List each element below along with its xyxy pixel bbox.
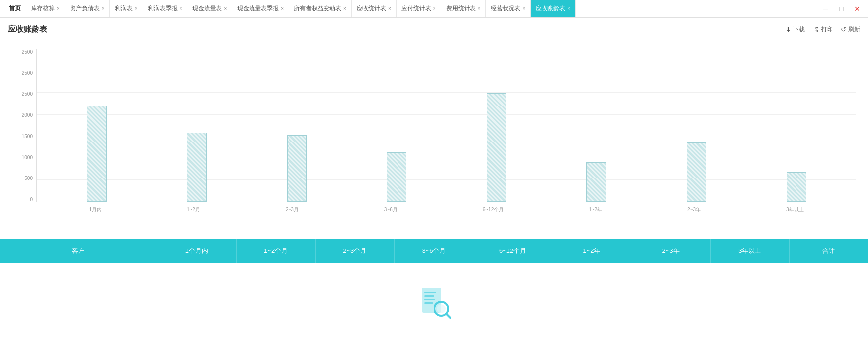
x-label-1-2yr: 1~2年	[589, 206, 602, 213]
y-axis: 0 500 1000 1500 2000 2500 2500 2500	[12, 49, 36, 202]
svg-point-6	[437, 304, 446, 313]
bar-group-3yr	[787, 172, 806, 202]
col-3yr: 3年以上	[711, 239, 790, 263]
tab-operations[interactable]: 经营状况表 ×	[486, 0, 531, 18]
bar-group-2-3yr	[687, 142, 706, 202]
x-axis: 1月内 1~2月 2~3月 3~6月 6~12个月 1~2年 2~3年 3年以上	[36, 202, 856, 217]
main-content: 0 500 1000 1500 2000 2500 2500 2500	[0, 41, 868, 355]
close-tab-ar-stats[interactable]: ×	[388, 6, 391, 11]
close-tab-operations[interactable]: ×	[522, 6, 525, 11]
bar-group-jan	[87, 106, 107, 202]
page-title: 应收账龄表	[8, 24, 47, 35]
bar-group-6-12	[487, 93, 506, 202]
close-tab-cashflow-quarterly[interactable]: ×	[281, 6, 284, 11]
tab-equity[interactable]: 所有者权益变动表 ×	[289, 0, 352, 18]
y-label-1500: 1500	[22, 134, 33, 139]
bar-2-3	[287, 135, 307, 202]
y-label-2500b: 2500	[22, 71, 33, 76]
col-1-2m: 1~2个月	[237, 239, 316, 263]
empty-icon	[414, 283, 454, 322]
bars-container	[37, 49, 856, 202]
y-label-1000: 1000	[22, 155, 33, 160]
download-button[interactable]: ⬇ 下载	[786, 25, 805, 34]
x-label-2-3m: 2~3月	[286, 206, 299, 213]
y-label-2000: 2000	[22, 112, 33, 118]
close-tab-equity[interactable]: ×	[343, 6, 346, 11]
x-label-1-2m: 1~2月	[187, 206, 200, 213]
svg-rect-1	[424, 292, 436, 293]
tab-balance-sheet[interactable]: 资产负债表 ×	[65, 0, 110, 18]
close-tab-cashflow[interactable]: ×	[224, 6, 227, 11]
close-tab-income[interactable]: ×	[135, 6, 138, 11]
bar-group-2-3	[287, 135, 307, 202]
chart-container: 0 500 1000 1500 2000 2500 2500 2500	[12, 49, 856, 217]
tab-cashflow-quarterly[interactable]: 现金流量表季报 ×	[232, 0, 289, 18]
window-actions: ─ □ ✕	[819, 2, 864, 16]
col-total: 合计	[790, 239, 868, 263]
bar-group-3-6	[387, 152, 406, 202]
y-label-500: 500	[24, 176, 33, 181]
col-2-3m: 2~3个月	[316, 239, 395, 263]
bar-jan	[87, 106, 107, 202]
tab-bar: 首页 库存核算 × 资产负债表 × 利润表 × 利润表季报 × 现金流量表 × …	[0, 0, 868, 18]
chart-plot	[36, 49, 856, 202]
x-label-3-6m: 3~6月	[384, 206, 398, 213]
close-window-button[interactable]: ✕	[850, 2, 864, 16]
bar-2-3yr	[687, 142, 706, 202]
bar-group-1-2	[187, 133, 207, 202]
tab-cashflow[interactable]: 现金流量表 ×	[187, 0, 232, 18]
col-1-2yr: 1~2年	[552, 239, 631, 263]
print-icon: 🖨	[813, 26, 819, 33]
close-tab-income-quarterly[interactable]: ×	[180, 6, 182, 11]
chart-area: 0 500 1000 1500 2000 2500 2500 2500	[0, 41, 868, 239]
bar-group-1-2yr	[586, 162, 606, 202]
tab-income-quarterly[interactable]: 利润表季报 ×	[143, 0, 188, 18]
y-label-0: 0	[30, 197, 33, 202]
close-tab-inventory[interactable]: ×	[57, 6, 60, 11]
col-2-3yr: 2~3年	[631, 239, 710, 263]
x-label-jan: 1月内	[89, 206, 102, 213]
tab-expense-stats[interactable]: 费用统计表 ×	[441, 0, 486, 18]
close-tab-expense-stats[interactable]: ×	[478, 6, 481, 11]
maximize-button[interactable]: □	[834, 2, 848, 16]
tab-ap-stats[interactable]: 应付统计表 ×	[397, 0, 441, 18]
refresh-button[interactable]: ↺ 刷新	[841, 25, 860, 34]
tab-inventory[interactable]: 库存核算 ×	[26, 0, 65, 18]
bar-6-12	[487, 93, 506, 202]
x-label-2-3yr: 2~3年	[687, 206, 701, 213]
tab-income[interactable]: 利润表 ×	[110, 0, 143, 18]
col-6-12m: 6~12个月	[473, 239, 552, 263]
download-icon: ⬇	[786, 26, 791, 33]
y-label-2500c: 2500	[22, 49, 33, 55]
page-actions: ⬇ 下载 🖨 打印 ↺ 刷新	[786, 25, 860, 34]
bar-1-2	[187, 133, 207, 202]
minimize-button[interactable]: ─	[819, 2, 832, 16]
svg-rect-2	[424, 295, 434, 297]
y-label-2500a: 2500	[22, 91, 33, 97]
svg-rect-3	[424, 299, 435, 300]
svg-rect-4	[424, 302, 433, 304]
page-header: 应收账龄表 ⬇ 下载 🖨 打印 ↺ 刷新	[0, 18, 868, 41]
col-3-6m: 3~6个月	[395, 239, 473, 263]
refresh-icon: ↺	[841, 26, 846, 33]
x-label-3yr: 3年以上	[786, 206, 804, 213]
tab-ar-aging[interactable]: 应收账龄表 ×	[531, 0, 576, 18]
close-tab-ap-stats[interactable]: ×	[433, 6, 436, 11]
print-button[interactable]: 🖨 打印	[813, 25, 833, 34]
bar-3-6	[387, 152, 406, 202]
table-header: 客户 1个月内 1~2个月 2~3个月 3~6个月 6~12个月 1~2年 2~…	[0, 239, 868, 263]
col-customer: 客户	[0, 239, 157, 263]
svg-line-7	[446, 314, 450, 318]
empty-state	[0, 263, 868, 342]
tab-home[interactable]: 首页	[4, 0, 26, 18]
x-label-6-12m: 6~12个月	[483, 206, 504, 213]
bar-1-2yr	[586, 162, 606, 202]
close-tab-ar-aging[interactable]: ×	[567, 6, 570, 11]
tab-ar-stats[interactable]: 应收统计表 ×	[352, 0, 397, 18]
bar-3yr	[787, 172, 806, 202]
col-1m: 1个月内	[157, 239, 236, 263]
close-tab-balance-sheet[interactable]: ×	[102, 6, 105, 11]
